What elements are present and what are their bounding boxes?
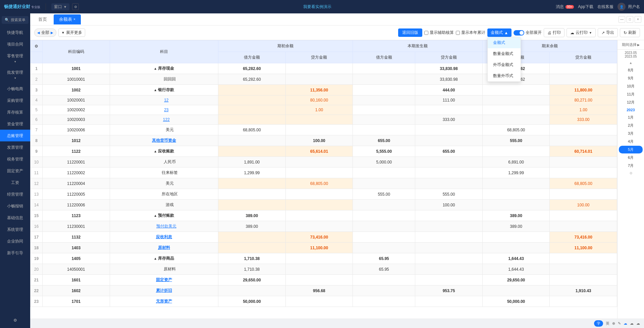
format-option-amount[interactable]: 金额式 xyxy=(488,37,521,48)
table-row: 1611230001预付款美元389.00389.00 xyxy=(31,221,617,232)
th-settings[interactable]: ⚙ xyxy=(31,41,43,52)
sidebar-item-operations[interactable]: 经营管理 xyxy=(0,188,30,200)
show-auxiliary-check[interactable]: 显示辅助核算 xyxy=(424,30,454,36)
sidebar-item-assets[interactable]: 固定资产 xyxy=(0,165,30,177)
status-cloud-icon2[interactable]: ☁ xyxy=(630,321,634,326)
cloud-print-btn[interactable]: ☁ 云打印 ▼ xyxy=(567,28,596,37)
toggle-switch-icon[interactable] xyxy=(514,30,524,36)
month-3[interactable]: 3月 xyxy=(619,130,643,137)
cell-name[interactable]: 23 xyxy=(110,105,218,115)
month-12[interactable]: 12月 xyxy=(619,99,643,106)
status-zoom-btn[interactable]: ⊕ xyxy=(612,321,615,326)
sidebar-item-capital[interactable]: 资金管理 xyxy=(0,118,30,130)
month-8[interactable]: 8月 xyxy=(619,66,643,74)
cell-name: 回回回 xyxy=(110,74,218,85)
online-service-btn[interactable]: 在线客服 xyxy=(597,4,613,10)
cell-code: 10020001 xyxy=(43,95,110,105)
sidebar-item-sales[interactable]: 小畅报销 xyxy=(0,200,30,212)
sidebar-item-purchase[interactable]: 采购管理 xyxy=(0,94,30,106)
collapse-down-icon[interactable]: ⊙ xyxy=(618,170,644,176)
search-menu-btn[interactable]: 🔍 搜索菜单 xyxy=(2,16,29,24)
show-ytd-check[interactable]: 显示本年累计 xyxy=(456,30,485,36)
sidebar-item-basic[interactable]: 基础信息 xyxy=(0,212,30,223)
cell-op-credit: 65,614.01 xyxy=(285,146,353,157)
sidebar-item-wholesale[interactable]: 批发管理 ▾ xyxy=(0,66,30,83)
status-cloud-icon3[interactable]: ☁ xyxy=(636,321,640,326)
th-row-num xyxy=(31,52,43,63)
cell-cl-debit: 68,805.00 xyxy=(482,125,550,135)
refresh-btn[interactable]: ↻ 刷新 xyxy=(620,28,640,37)
cell-op-debit: 65,282.60 xyxy=(218,74,286,85)
month-6[interactable]: 6月 xyxy=(619,154,643,161)
cell-name[interactable]: 12 xyxy=(110,95,218,105)
cell-per-credit xyxy=(415,157,483,168)
tab-close-icon[interactable]: × xyxy=(73,17,75,21)
cell-name[interactable]: 原材料 xyxy=(110,243,218,253)
window-selector[interactable]: 窗口 ▼ xyxy=(51,3,69,10)
ytd-checkbox[interactable] xyxy=(456,31,460,35)
period-selection-header[interactable]: 期间选择 ▶ xyxy=(618,40,644,50)
tab-close-btn[interactable]: × xyxy=(635,16,641,23)
expand-all-toggle[interactable]: 全部展开 xyxy=(514,30,542,36)
format-option-qty-amount[interactable]: 数量金额式 xyxy=(488,48,521,59)
month-10[interactable]: 10月 xyxy=(619,82,643,90)
breadcrumb-btn[interactable]: ◀ 全部 ▶ xyxy=(34,28,56,37)
sidebar-item-inventory[interactable]: 库存核算 xyxy=(0,106,30,118)
export-btn[interactable]: ↗ 导出 xyxy=(598,28,618,37)
month-2[interactable]: 2月 xyxy=(619,122,643,129)
sidebar-item-payroll[interactable]: 工资 xyxy=(0,177,30,188)
status-en-btn[interactable]: 英 xyxy=(606,321,609,326)
sidebar-item-ledger[interactable]: 总账管理 xyxy=(0,130,30,141)
month-4[interactable]: 4月 xyxy=(619,138,643,145)
sidebar-item-tax[interactable]: 税务管理 xyxy=(0,153,30,165)
cell-name[interactable]: 122 xyxy=(110,115,218,125)
user-avatar[interactable]: 👤 用户名 xyxy=(618,3,640,11)
print-btn[interactable]: 🖨 打印 xyxy=(544,28,565,37)
sidebar-item-coop[interactable]: 企业协同 xyxy=(0,235,30,247)
message-btn[interactable]: 消息 99+ xyxy=(556,4,574,10)
collapse-up-icon[interactable]: ▲ xyxy=(618,60,644,66)
sidebar-item-quicknav[interactable]: 快捷导航 xyxy=(0,26,30,38)
sidebar-item-system[interactable]: 系统管理 xyxy=(0,223,30,235)
sidebar-item-guide[interactable]: 新手引导 xyxy=(0,247,30,259)
tab-home[interactable]: 首页 xyxy=(33,14,52,24)
cell-name[interactable]: 无形资产 xyxy=(110,296,218,307)
cell-op-debit: 389.00 xyxy=(218,210,286,221)
app-download-btn[interactable]: App下载 xyxy=(578,4,593,10)
status-cloud-icon1[interactable]: ☁ xyxy=(624,321,627,326)
tab-max-btn[interactable]: □ xyxy=(627,16,633,23)
cell-name[interactable]: 固定资产 xyxy=(110,275,218,285)
cell-op-debit: 65,282.60 xyxy=(218,63,286,74)
month-1[interactable]: 1月 xyxy=(619,114,643,121)
sidebar-item-project[interactable]: 项目合同 xyxy=(0,38,30,50)
th-code: 科目编码 xyxy=(43,41,110,63)
demo-link[interactable]: 我要看实例演示 xyxy=(303,4,331,10)
format-option-foreign[interactable]: 外币金额式 xyxy=(488,59,521,70)
auxiliary-checkbox[interactable] xyxy=(424,31,428,35)
format-option-qty-foreign[interactable]: 数量外币式 xyxy=(488,70,521,81)
status-edit-icon[interactable]: ✎ xyxy=(618,321,621,326)
cell-name[interactable]: 累计折旧 xyxy=(110,285,218,296)
cell-name[interactable]: 预付款美元 xyxy=(110,221,218,232)
month-11[interactable]: 11月 xyxy=(619,90,643,98)
period-end: 2023.05 xyxy=(619,55,643,58)
sidebar-item-retail[interactable]: 零售管理 ▾ xyxy=(0,50,30,66)
month-9[interactable]: 9月 xyxy=(619,74,643,82)
cell-code: 11230001 xyxy=(43,221,110,232)
tab-min-btn[interactable]: — xyxy=(619,16,625,23)
back-old-btn[interactable]: 退回旧版 xyxy=(398,28,422,37)
sidebar-item-ecommerce[interactable]: 小畅电商 xyxy=(0,83,30,94)
month-5[interactable]: 5月 xyxy=(619,146,643,153)
settings-icon[interactable]: ⚙ xyxy=(72,3,79,10)
app-name: 畅捷通好业财 xyxy=(4,4,30,9)
expand-more-btn[interactable]: ▼ 展开更多 xyxy=(58,28,85,37)
format-dropdown-btn[interactable]: 金额式 ▲ xyxy=(487,28,512,37)
status-lang-btn[interactable]: 字 xyxy=(594,320,603,327)
month-7[interactable]: 7月 xyxy=(619,162,643,170)
cell-cl-credit xyxy=(550,157,617,168)
cell-name[interactable]: 其他货币资金 xyxy=(110,135,218,146)
cell-name[interactable]: 应收利息 xyxy=(110,232,218,243)
sidebar-item-settings[interactable]: ⚙ xyxy=(12,315,18,325)
tab-balance[interactable]: 余额表 × xyxy=(54,14,81,24)
sidebar-item-invoice[interactable]: 发票管理 xyxy=(0,141,30,153)
